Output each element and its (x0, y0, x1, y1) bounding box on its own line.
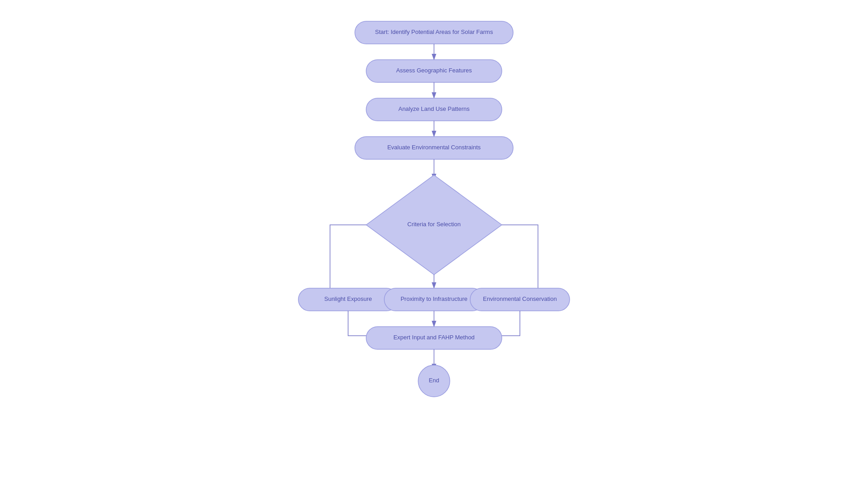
conservation-label: Environmental Conservation (483, 295, 557, 302)
landuse-label: Analyze Land Use Patterns (398, 105, 470, 112)
proximity-label: Proximity to Infrastructure (401, 295, 467, 302)
end-label: End (429, 377, 439, 384)
criteria-label: Criteria for Selection (407, 221, 461, 228)
flowchart-container: Start: Identify Potential Areas for Sola… (276, 19, 592, 471)
flowchart-svg: Start: Identify Potential Areas for Sola… (276, 19, 592, 471)
start-label: Start: Identify Potential Areas for Sola… (375, 29, 493, 35)
geographic-label: Assess Geographic Features (396, 67, 472, 74)
environmental-label: Evaluate Environmental Constraints (387, 144, 481, 151)
expert-label: Expert Input and FAHP Method (393, 334, 475, 341)
sunlight-label: Sunlight Exposure (324, 295, 372, 302)
